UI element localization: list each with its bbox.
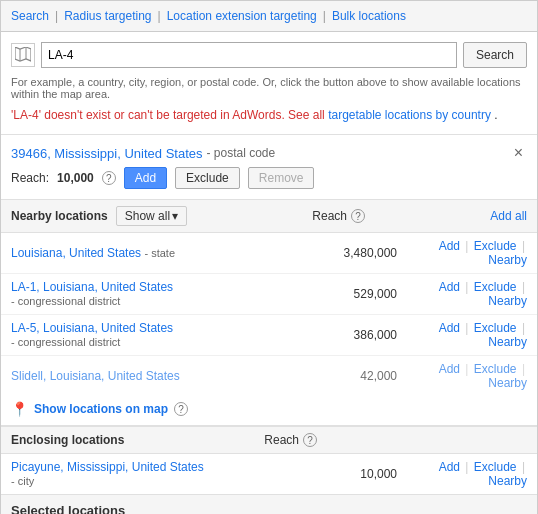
row-add-link[interactable]: Add: [439, 321, 460, 335]
table-row: LA-1, Louisiana, United States - congres…: [1, 274, 537, 315]
close-button[interactable]: ×: [510, 145, 527, 161]
top-nav: Search | Radius targeting | Location ext…: [1, 1, 537, 32]
main-container: Search | Radius targeting | Location ext…: [0, 0, 538, 514]
dropdown-arrow: ▾: [172, 209, 178, 223]
tab-search[interactable]: Search: [11, 9, 49, 23]
show-all-button[interactable]: Show all ▾: [116, 206, 187, 226]
selected-section: Selected locations Targeted (0) Show loc…: [1, 495, 537, 514]
row-reach: 3,480,000: [307, 246, 397, 260]
enclosing-section: Enclosing locations Reach ? Picayune, Mi…: [1, 427, 537, 495]
reach-col-label: Reach: [312, 209, 347, 223]
row-nearby-link[interactable]: Nearby: [488, 335, 527, 349]
row-add-link[interactable]: Add: [439, 280, 460, 294]
reach-label: Reach:: [11, 171, 49, 185]
row-subtype: - congressional district: [11, 336, 120, 348]
map-help-icon[interactable]: ?: [174, 402, 188, 416]
row-exclude-link[interactable]: Exclude: [474, 321, 517, 335]
nav-separator-3: |: [323, 9, 326, 23]
row-nearby-link[interactable]: Nearby: [488, 474, 527, 488]
targetable-locations-link[interactable]: targetable locations by country: [328, 108, 491, 122]
svg-marker-0: [15, 47, 31, 61]
location-name: 39466, Mississippi, United States: [11, 146, 202, 161]
search-hint: For example, a country, city, region, or…: [11, 76, 527, 100]
row-add-link[interactable]: Add: [439, 239, 460, 253]
add-all-button[interactable]: Add all: [490, 209, 527, 223]
add-button[interactable]: Add: [124, 167, 167, 189]
row-exclude-link[interactable]: Exclude: [474, 239, 517, 253]
row-name: LA-1, Louisiana, United States: [11, 280, 173, 294]
nearby-header-left: Nearby locations Show all ▾: [11, 206, 187, 226]
row-add-link[interactable]: Add: [439, 460, 460, 474]
row-info: LA-5, Louisiana, United States - congres…: [11, 321, 307, 349]
row-reach: 42,000: [307, 369, 397, 383]
nearby-header: Nearby locations Show all ▾ Reach ? Add …: [1, 200, 537, 233]
search-row: Search: [11, 42, 527, 68]
nav-separator-2: |: [158, 9, 161, 23]
row-info: Picayune, Mississippi, United States - c…: [11, 460, 307, 488]
enclosing-reach-label: Reach: [264, 433, 299, 447]
table-row: Picayune, Mississippi, United States - c…: [1, 454, 537, 494]
row-add-link[interactable]: Add: [439, 362, 460, 376]
reach-row: Reach: 10,000 ? Add Exclude Remove: [11, 167, 527, 189]
enclosing-scroll-wrapper: Picayune, Mississippi, United States - c…: [1, 454, 537, 494]
enclosing-header: Enclosing locations Reach ?: [1, 427, 537, 454]
table-row: Slidell, Louisiana, United States 42,000…: [1, 356, 537, 393]
table-row: Louisiana, United States - state 3,480,0…: [1, 233, 537, 274]
reach-value: 10,000: [57, 171, 94, 185]
error-text-part2: .: [494, 108, 497, 122]
table-row: LA-5, Louisiana, United States - congres…: [1, 315, 537, 356]
remove-button: Remove: [248, 167, 315, 189]
location-title: 39466, Mississippi, United States - post…: [11, 146, 275, 161]
map-icon: [11, 43, 35, 67]
tab-bulk[interactable]: Bulk locations: [332, 9, 406, 23]
row-name: Picayune, Mississippi, United States: [11, 460, 204, 474]
row-actions: Add | Exclude | Nearby: [397, 321, 527, 349]
row-exclude-link[interactable]: Exclude: [474, 280, 517, 294]
search-area: Search For example, a country, city, reg…: [1, 32, 537, 135]
error-text-part1: 'LA-4' doesn't exist or can't be targete…: [11, 108, 325, 122]
row-name: LA-5, Louisiana, United States: [11, 321, 173, 335]
map-link-row: 📍 Show locations on map ?: [1, 393, 537, 426]
row-info: LA-1, Louisiana, United States - congres…: [11, 280, 307, 308]
nearby-reach-col: Reach ?: [312, 209, 365, 223]
row-nearby-link[interactable]: Nearby: [488, 294, 527, 308]
search-button[interactable]: Search: [463, 42, 527, 68]
enclosing-title: Enclosing locations: [11, 433, 124, 447]
tab-radius[interactable]: Radius targeting: [64, 9, 151, 23]
location-title-row: 39466, Mississippi, United States - post…: [11, 145, 527, 161]
row-actions: Add | Exclude | Nearby: [397, 239, 527, 267]
row-reach: 10,000: [307, 467, 397, 481]
nav-separator-1: |: [55, 9, 58, 23]
row-reach: 529,000: [307, 287, 397, 301]
pin-icon: 📍: [11, 401, 28, 417]
row-nearby-link[interactable]: Nearby: [488, 376, 527, 390]
row-actions: Add | Exclude | Nearby: [397, 362, 527, 390]
reach-help-icon[interactable]: ?: [102, 171, 116, 185]
tab-location-ext[interactable]: Location extension targeting: [167, 9, 317, 23]
enclosing-header-left: Enclosing locations: [11, 433, 124, 447]
enclosing-table: Picayune, Mississippi, United States - c…: [1, 454, 537, 494]
location-result: 39466, Mississippi, United States - post…: [1, 135, 537, 200]
search-input[interactable]: [41, 42, 457, 68]
row-nearby-link[interactable]: Nearby: [488, 253, 527, 267]
nearby-reach-help[interactable]: ?: [351, 209, 365, 223]
row-name: Slidell, Louisiana, United States: [11, 369, 180, 383]
map-svg: [15, 47, 31, 63]
row-subtype: - city: [11, 475, 34, 487]
row-actions: Add | Exclude | Nearby: [397, 280, 527, 308]
row-reach: 386,000: [307, 328, 397, 342]
row-exclude-link[interactable]: Exclude: [474, 460, 517, 474]
row-exclude-link[interactable]: Exclude: [474, 362, 517, 376]
nearby-title: Nearby locations: [11, 209, 108, 223]
nearby-section: Nearby locations Show all ▾ Reach ? Add …: [1, 200, 537, 427]
show-on-map-link[interactable]: Show locations on map: [34, 402, 168, 416]
selected-title: Selected locations: [11, 503, 527, 514]
nearby-table: Louisiana, United States - state 3,480,0…: [1, 233, 537, 393]
enclosing-reach-col: Reach ?: [264, 433, 317, 447]
location-type: - postal code: [206, 146, 275, 160]
row-subtype: - congressional district: [11, 295, 120, 307]
row-subtype: - state: [144, 247, 175, 259]
row-info: Louisiana, United States - state: [11, 246, 307, 260]
enclosing-reach-help[interactable]: ?: [303, 433, 317, 447]
exclude-button[interactable]: Exclude: [175, 167, 240, 189]
